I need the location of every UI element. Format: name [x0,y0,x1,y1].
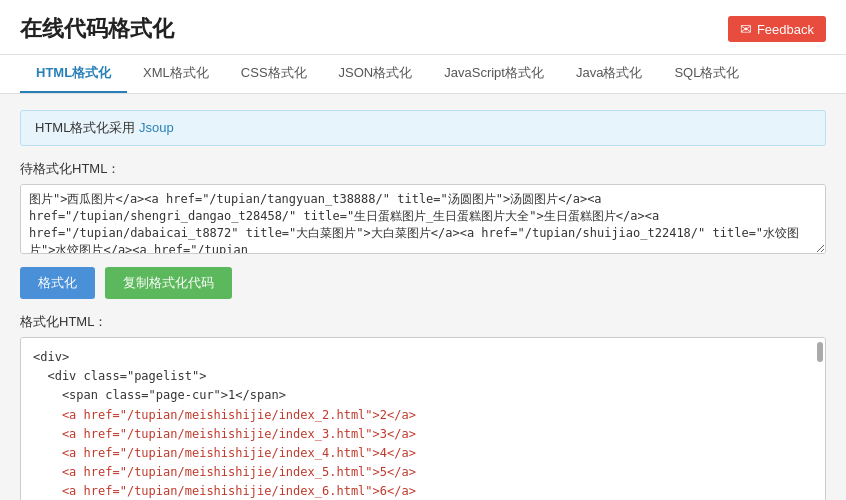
jsoup-link[interactable]: Jsoup [139,120,174,135]
code-line: <a href="/tupian/meishishijie/index_6.ht… [33,482,813,500]
button-row: 格式化 复制格式化代码 [20,267,826,299]
output-area: <div> <div class="pagelist"> <span class… [20,337,826,500]
tab-xml[interactable]: XML格式化 [127,55,225,93]
tab-sql[interactable]: SQL格式化 [658,55,755,93]
code-line: <a href="/tupian/meishishijie/index_4.ht… [33,444,813,463]
feedback-button[interactable]: ✉ Feedback [728,16,826,42]
format-button[interactable]: 格式化 [20,267,95,299]
copy-button[interactable]: 复制格式化代码 [105,267,232,299]
tab-json[interactable]: JSON格式化 [323,55,429,93]
code-line: <div> [33,348,813,367]
code-line: <div class="pagelist"> [33,367,813,386]
tab-javascript[interactable]: JavaScript格式化 [428,55,560,93]
code-line: <a href="/tupian/meishishijie/index_5.ht… [33,463,813,482]
info-bar: HTML格式化采用 Jsoup [20,110,826,146]
code-line: <a href="/tupian/meishishijie/index_3.ht… [33,425,813,444]
page-title: 在线代码格式化 [20,14,174,44]
output-label: 格式化HTML： [20,313,826,331]
feedback-label: Feedback [757,22,814,37]
tab-css[interactable]: CSS格式化 [225,55,323,93]
html-input[interactable] [20,184,826,254]
input-label: 待格式化HTML： [20,160,826,178]
scrollbar[interactable] [817,342,823,362]
header: 在线代码格式化 ✉ Feedback [0,0,846,55]
code-line: <span class="page-cur">1</span> [33,386,813,405]
mail-icon: ✉ [740,21,752,37]
code-line: <a href="/tupian/meishishijie/index_2.ht… [33,406,813,425]
info-text: HTML格式化采用 [35,120,135,135]
tab-html[interactable]: HTML格式化 [20,55,127,93]
main-content: HTML格式化采用 Jsoup 待格式化HTML： 格式化 复制格式化代码 格式… [0,94,846,500]
tab-java[interactable]: Java格式化 [560,55,658,93]
tabs-bar: HTML格式化XML格式化CSS格式化JSON格式化JavaScript格式化J… [0,55,846,94]
